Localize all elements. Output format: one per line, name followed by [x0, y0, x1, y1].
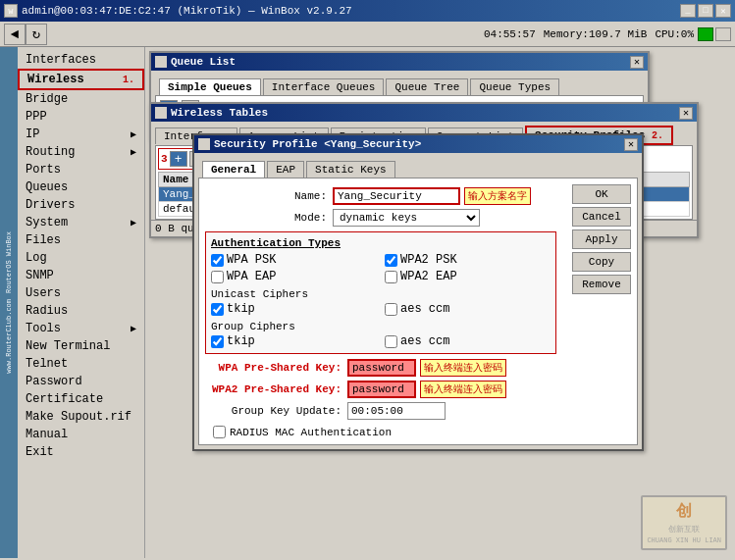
wpa-psk-checkbox[interactable] — [211, 254, 224, 267]
ip-arrow: ▶ — [131, 128, 136, 140]
button-panel: OK Cancel Apply Copy Remove — [564, 184, 631, 438]
wpa2-psk-label: WPA2 PSK — [400, 253, 457, 267]
sidebar-item-ports[interactable]: Ports — [18, 161, 144, 178]
group-key-update-input[interactable] — [347, 402, 446, 420]
mode-select[interactable]: dynamic keys static keys required none — [333, 209, 480, 227]
sidebar-item-drivers[interactable]: Drivers — [18, 196, 144, 214]
wpa2-eap-label: WPA2 EAP — [400, 270, 457, 283]
minimize-button[interactable]: _ — [680, 4, 696, 18]
back-button[interactable]: ◄ — [4, 24, 26, 45]
sidebar-item-manual[interactable]: Manual — [18, 426, 144, 443]
group-tkip-label: tkip — [227, 334, 255, 348]
sidebar-item-exit[interactable]: Exit — [18, 443, 144, 461]
group-aes-label: aes ccm — [400, 334, 449, 348]
name-annotation: 输入方案名字 — [464, 187, 531, 205]
wpa2-key-annotation: 输入终端连入密码 — [420, 381, 506, 398]
wpa2-psk-row: WPA2 PSK — [385, 253, 551, 267]
wpa2-key-label: WPA2 Pre-Shared Key: — [205, 383, 347, 395]
dialog-title-text: Security Profile <Yang_Security> — [214, 138, 421, 150]
wpa-psk-label: WPA PSK — [227, 253, 276, 267]
toolbar-badge: 3 — [161, 153, 168, 165]
wpa2-key-input[interactable] — [347, 381, 416, 398]
wpa-eap-label: WPA EAP — [227, 270, 276, 283]
group-key-update-label: Group Key Update: — [205, 405, 347, 417]
wireless-tables-title-text: Wireless Tables — [171, 107, 268, 119]
sidebar-item-telnet[interactable]: Telnet — [18, 355, 144, 373]
remove-button[interactable]: Remove — [572, 275, 631, 294]
tab-general[interactable]: General — [202, 161, 265, 178]
sidebar-item-queues[interactable]: Queues — [18, 178, 144, 196]
security-profile-title-bar: Security Profile <Yang_Security> ✕ — [194, 135, 642, 153]
wpa-eap-checkbox[interactable] — [211, 271, 224, 283]
group-aes-checkbox[interactable] — [385, 335, 397, 348]
sidebar-item-tools[interactable]: Tools ▶ — [18, 320, 144, 337]
sidebar-item-supout[interactable]: Make Supout.rif — [18, 408, 144, 426]
sidebar-item-ip[interactable]: IP ▶ — [18, 126, 144, 143]
unicast-title: Unicast Ciphers — [211, 288, 551, 300]
group-checkboxes: tkip aes ccm — [211, 334, 551, 348]
watermark-logo: 创 — [676, 501, 692, 522]
queue-list-icon — [155, 56, 167, 68]
unicast-tkip-checkbox[interactable] — [211, 303, 224, 316]
dialog-close-button[interactable]: ✕ — [624, 138, 638, 151]
tab-eap[interactable]: EAP — [267, 161, 304, 178]
sidebar-item-bridge[interactable]: Bridge — [18, 90, 144, 108]
cancel-button[interactable]: Cancel — [572, 207, 631, 227]
unicast-tkip-label: tkip — [227, 302, 255, 316]
tab-static-keys[interactable]: Static Keys — [306, 161, 395, 178]
wpa2-psk-checkbox[interactable] — [385, 254, 397, 267]
unicast-aes-checkbox[interactable] — [385, 303, 397, 316]
group-tkip-checkbox[interactable] — [211, 335, 224, 348]
content-area: Queue List ✕ Simple Queues Interface Que… — [145, 47, 735, 558]
watermark: 创 创新互联 CHUANG XIN HU LIAN — [641, 495, 727, 550]
title-bar: W admin@00:03:47:DE:C2:47 (MikroTik) — W… — [0, 0, 735, 22]
maximize-button[interactable]: □ — [698, 4, 713, 18]
refresh-button[interactable]: ↻ — [26, 24, 47, 45]
system-arrow: ▶ — [131, 217, 136, 229]
sidebar-item-certificate[interactable]: Certificate — [18, 390, 144, 408]
wpa-key-row: WPA Pre-Shared Key: 输入终端连入密码 — [205, 359, 556, 377]
wpa-key-input[interactable] — [347, 359, 416, 377]
wt-add-button[interactable]: + — [170, 151, 187, 167]
queue-list-close-button[interactable]: ✕ — [630, 56, 644, 69]
tab-queue-types[interactable]: Queue Types — [470, 78, 559, 95]
sidebar-item-wireless[interactable]: Wireless 1. — [18, 69, 144, 90]
wireless-tables-title-bar: Wireless Tables ✕ — [151, 104, 697, 122]
wpa-key-label: WPA Pre-Shared Key: — [205, 362, 347, 374]
watermark-text1: 创新互联 — [668, 524, 700, 535]
ok-button[interactable]: OK — [572, 184, 631, 204]
auth-types-section: Authentication Types WPA PSK WPA2 PSK — [205, 231, 556, 354]
sidebar-item-ppp[interactable]: PPP — [18, 108, 144, 126]
tab-queue-tree[interactable]: Queue Tree — [386, 78, 468, 95]
wpa2-eap-checkbox[interactable] — [385, 271, 397, 283]
wpa2-eap-row: WPA2 EAP — [385, 270, 551, 283]
wireless-tables-close-button[interactable]: ✕ — [679, 107, 693, 120]
sidebar-item-system[interactable]: System ▶ — [18, 214, 144, 231]
sidebar-item-routing[interactable]: Routing ▶ — [18, 143, 144, 161]
group-ciphers-section: Group Ciphers tkip aes ccm — [211, 321, 551, 348]
dialog-form: Name: 输入方案名字 Mode: dynamic keys static k… — [205, 184, 556, 438]
sidebar-item-password[interactable]: Password — [18, 373, 144, 390]
security-profile-dialog: Security Profile <Yang_Security> ✕ Gener… — [192, 133, 644, 451]
wpa-eap-row: WPA EAP — [211, 270, 377, 283]
close-button[interactable]: ✕ — [715, 4, 731, 18]
sidebar-item-interfaces[interactable]: Interfaces — [18, 51, 144, 69]
unicast-checkboxes: tkip aes ccm — [211, 302, 551, 316]
cpu-indicator — [698, 27, 713, 41]
name-input[interactable] — [333, 187, 460, 205]
sidebar-item-users[interactable]: Users — [18, 284, 144, 302]
copy-button[interactable]: Copy — [572, 252, 631, 272]
apply-button[interactable]: Apply — [572, 229, 631, 249]
wpa-psk-row: WPA PSK — [211, 253, 377, 267]
dialog-tabs: General EAP Static Keys — [198, 157, 638, 178]
sidebar-item-radius[interactable]: Radius — [18, 302, 144, 320]
sidebar-item-files[interactable]: Files — [18, 231, 144, 249]
sidebar-item-terminal[interactable]: New Terminal — [18, 337, 144, 355]
radius-mac-checkbox[interactable] — [213, 426, 226, 438]
sidebar-item-log[interactable]: Log — [18, 249, 144, 267]
sidebar-item-snmp[interactable]: SNMP — [18, 267, 144, 284]
tab-interface-queues[interactable]: Interface Queues — [263, 78, 385, 95]
unicast-aes-label: aes ccm — [400, 302, 449, 316]
tab-simple-queues[interactable]: Simple Queues — [159, 78, 261, 95]
queue-list-title-bar: Queue List ✕ — [151, 53, 648, 71]
